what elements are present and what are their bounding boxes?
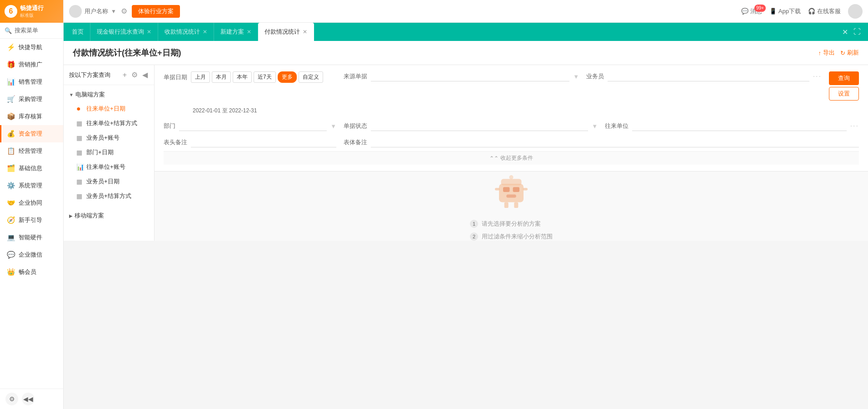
- scheme-item-salesman-settlement[interactable]: ▦ 业务员+结算方式: [64, 189, 154, 203]
- guide-icon: 🧭: [7, 216, 15, 224]
- empty-state: 1 请先选择要分析的方案 2 用过滤条件来缩小分析范围: [470, 172, 553, 241]
- source-input[interactable]: [371, 71, 569, 81]
- date-custom-btn[interactable]: 自定义: [299, 71, 323, 83]
- docstatus-label: 单据状态: [344, 122, 367, 130]
- sidebar-item-basic[interactable]: 🗂️ 基础信息: [0, 160, 63, 177]
- date-range-text: 2022-01-01 至 2022-12-31: [193, 107, 257, 114]
- app-icon: 📱: [769, 8, 777, 15]
- tab-home[interactable]: 首页: [65, 23, 90, 41]
- service-icon: 🎧: [808, 8, 815, 15]
- tab-expand-icon[interactable]: ⛶: [852, 26, 863, 38]
- date-this-year-btn[interactable]: 本年: [233, 71, 252, 83]
- filter-settings-btn[interactable]: 设置: [829, 87, 859, 101]
- header-note-input[interactable]: [191, 137, 309, 147]
- svg-rect-4: [495, 188, 500, 190]
- date-this-month-btn[interactable]: 本月: [212, 71, 231, 83]
- counterpart-dots-icon[interactable]: ···: [850, 122, 859, 130]
- wechat-icon: 💬: [7, 251, 15, 259]
- docstatus-input[interactable]: [371, 121, 588, 131]
- salesman-dots-icon[interactable]: ···: [813, 72, 822, 81]
- message-icon: 💬: [741, 8, 748, 15]
- empty-tips: 1 请先选择要分析的方案 2 用过滤条件来缩小分析范围: [470, 220, 553, 241]
- scheme-settings-btn[interactable]: ⚙: [130, 70, 139, 80]
- topbar-messages[interactable]: 💬 消息 99+: [741, 7, 762, 15]
- dept-dropdown-icon[interactable]: ▼: [330, 123, 336, 130]
- body-note-input[interactable]: [371, 137, 859, 147]
- sidebar-item-company[interactable]: 🤝 企业协同: [0, 194, 63, 212]
- system-icon: ⚙️: [7, 182, 15, 190]
- tab-cashflow[interactable]: 现金银行流水查询 ✕: [90, 23, 158, 41]
- scheme-collapse-btn[interactable]: ◀: [141, 70, 149, 80]
- mobile-arrow-icon: ▶: [69, 213, 73, 218]
- sidebar-collapse-btn[interactable]: ◀◀: [22, 393, 35, 405]
- sidebar-item-shortcut[interactable]: ⚡ 快捷导航: [0, 39, 63, 56]
- tab-new-scheme[interactable]: 新建方案 ✕: [214, 23, 258, 41]
- tab-receipt[interactable]: 收款情况统计 ✕: [158, 23, 214, 41]
- scheme-group-mobile-header[interactable]: ▶ 移动端方案: [64, 209, 154, 222]
- scheme-item-dept-date[interactable]: ▦ 部门+日期: [64, 145, 154, 160]
- refresh-btn[interactable]: ↻ 刷新: [840, 49, 859, 57]
- filter-content-area: 按以下方案查询 + ⚙ ◀ ▼ 电脑端方案 ● 往来单位+日期 ▦: [64, 65, 868, 241]
- export-btn[interactable]: ↑ 导出: [818, 49, 835, 57]
- sidebar-item-member[interactable]: 👑 畅会员: [0, 263, 63, 281]
- sidebar-item-label: 库存核算: [19, 112, 42, 121]
- scheme-add-btn[interactable]: +: [122, 70, 128, 80]
- scheme-item-label-unit-settlement: 往来单位+结算方式: [86, 119, 137, 127]
- filter-dept-group: 部门 ▼: [164, 121, 336, 131]
- marketing-icon: 🎁: [7, 61, 15, 69]
- query-btn[interactable]: 查询: [829, 71, 859, 85]
- svg-rect-0: [499, 184, 524, 202]
- sidebar-item-system[interactable]: ⚙️ 系统管理: [0, 177, 63, 194]
- tab-new-scheme-close[interactable]: ✕: [247, 29, 251, 35]
- date-last-month-btn[interactable]: 上月: [191, 71, 210, 83]
- scheme-item-icon-unit-settlement: ▦: [76, 120, 84, 127]
- hardware-icon: 💻: [7, 233, 15, 242]
- sidebar-settings-btn[interactable]: ⚙: [5, 393, 18, 405]
- operation-icon: 📋: [7, 147, 15, 155]
- sidebar-item-wechat[interactable]: 💬 企业微信: [0, 246, 63, 263]
- scheme-item-salesman-account[interactable]: ▦ 业务员+账号: [64, 131, 154, 145]
- desktop-arrow-icon: ▼: [69, 92, 74, 97]
- tab-payment[interactable]: 付款情况统计 ✕: [258, 23, 314, 41]
- sidebar-item-marketing[interactable]: 🎁 营销推广: [0, 56, 63, 73]
- sidebar-search[interactable]: 🔍 搜索菜单: [0, 23, 63, 39]
- sidebar-item-inventory[interactable]: 📦 库存核算: [0, 108, 63, 125]
- scheme-item-unit-account[interactable]: 📊 往来单位+账号: [64, 160, 154, 174]
- sidebar-item-label: 系统管理: [19, 182, 42, 190]
- inventory-icon: 📦: [7, 112, 15, 121]
- date-7days-btn[interactable]: 近7天: [254, 71, 276, 83]
- counterpart-input-wrapper: [632, 121, 847, 131]
- topbar-online-service[interactable]: 🎧 在线客服: [808, 7, 841, 15]
- scheme-item-salesman-date[interactable]: ▦ 业务员+日期: [64, 174, 154, 189]
- tab-cashflow-close[interactable]: ✕: [147, 29, 151, 35]
- scheme-item-icon-salesman-date: ▦: [76, 178, 84, 185]
- scheme-item-unit-date[interactable]: ● 往来单位+日期: [64, 101, 154, 116]
- docstatus-dropdown-icon[interactable]: ▼: [592, 123, 598, 130]
- topbar-settings-icon[interactable]: ⚙: [121, 7, 127, 15]
- topbar: 用户名称 ▼ ⚙ 体验行业方案 💬 消息 99+ 📱 App下载 🎧 在线客服: [64, 0, 868, 23]
- filter-row-2: 部门 ▼ 单据状态 ▼: [164, 121, 859, 131]
- sidebar-item-label: 营销推广: [19, 61, 42, 69]
- salesman-input[interactable]: [608, 71, 809, 81]
- dept-input[interactable]: [179, 121, 297, 131]
- scheme-item-unit-settlement[interactable]: ▦ 往来单位+结算方式: [64, 116, 154, 131]
- user-dropdown-icon[interactable]: ▼: [111, 8, 116, 15]
- scheme-group-desktop-header[interactable]: ▼ 电脑端方案: [64, 88, 154, 101]
- tab-close-all-icon[interactable]: ✕: [840, 26, 850, 38]
- sidebar-item-hardware[interactable]: 💻 智能硬件: [0, 229, 63, 246]
- counterpart-input[interactable]: [632, 121, 847, 131]
- source-dropdown-icon[interactable]: ▼: [573, 73, 579, 80]
- sidebar-item-operation[interactable]: 📋 经营管理: [0, 142, 63, 160]
- topbar-user-avatar-right[interactable]: [848, 4, 863, 19]
- sidebar-item-sales[interactable]: 📊 销售管理: [0, 73, 63, 91]
- collapse-btn[interactable]: ⌃⌃ 收起更多条件: [164, 151, 859, 165]
- topbar-app-download[interactable]: 📱 App下载: [769, 7, 801, 15]
- sidebar-item-purchase[interactable]: 🛒 采购管理: [0, 91, 63, 108]
- scheme-item-icon-unit-account: 📊: [76, 163, 84, 171]
- tab-payment-close[interactable]: ✕: [303, 29, 307, 35]
- sidebar-item-guide[interactable]: 🧭 新手引导: [0, 212, 63, 229]
- sidebar-item-finance[interactable]: 💰 资金管理: [0, 125, 63, 142]
- date-more-btn[interactable]: 更多: [278, 71, 297, 83]
- tab-receipt-close[interactable]: ✕: [203, 29, 207, 35]
- trial-btn[interactable]: 体验行业方案: [132, 5, 180, 18]
